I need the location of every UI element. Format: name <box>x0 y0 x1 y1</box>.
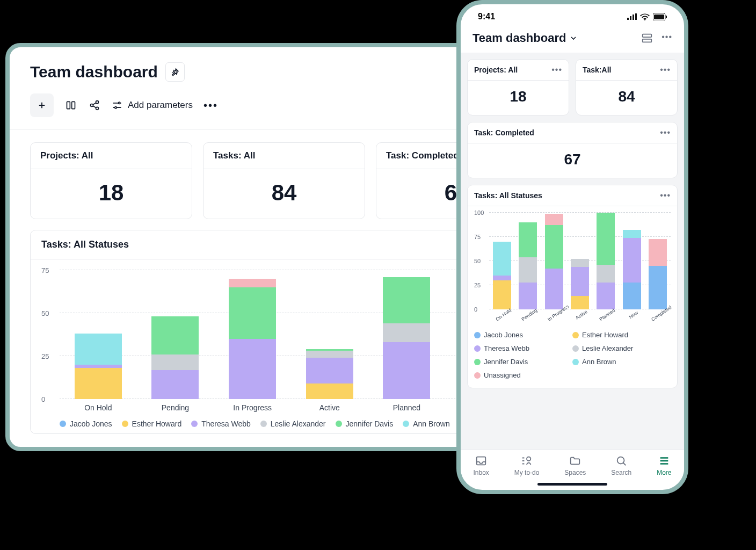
svg-rect-8 <box>630 16 631 20</box>
mobile-more-button[interactable]: ••• <box>662 32 672 44</box>
bar-column[interactable] <box>623 230 641 309</box>
more-button[interactable]: ••• <box>203 99 218 112</box>
mobile-stat-card-tasks[interactable]: Task:All ••• 84 <box>576 59 678 115</box>
legend-swatch <box>474 372 481 379</box>
bar-column[interactable] <box>151 316 199 399</box>
add-parameters-button[interactable]: Add parameters <box>112 100 193 111</box>
share-button[interactable] <box>88 99 101 112</box>
add-button[interactable] <box>30 93 54 117</box>
bar-segment <box>597 283 615 309</box>
bar-column[interactable] <box>383 277 430 399</box>
bar-segment <box>229 287 276 339</box>
bar-segment <box>649 266 667 309</box>
bar-segment <box>493 276 511 280</box>
share-icon <box>89 100 100 111</box>
mobile-header: Team dashboard ••• <box>461 26 684 53</box>
status-bar: 9:41 <box>461 4 684 26</box>
add-parameters-label: Add parameters <box>128 100 193 111</box>
legend-item[interactable]: Theresa Webb <box>474 344 572 352</box>
stat-card-projects[interactable]: Projects: All 18 <box>30 142 192 219</box>
nav-label: Search <box>611 469 631 476</box>
y-axis: 1007550250 <box>474 213 484 309</box>
legend-label: Jacob Jones <box>70 419 112 428</box>
battery-icon <box>653 13 667 20</box>
home-indicator[interactable] <box>537 483 607 486</box>
legend-label: Jennifer Davis <box>346 419 394 428</box>
stat-card-value: 84 <box>203 169 365 219</box>
legend-item[interactable]: Jacob Jones <box>474 331 572 339</box>
nav-todo[interactable]: My to-do <box>514 455 540 476</box>
bar-column[interactable] <box>571 259 589 309</box>
bar-segment <box>383 277 430 323</box>
bar-segment <box>545 225 563 269</box>
legend-item[interactable]: Esther Howard <box>572 331 671 339</box>
card-more-button[interactable]: ••• <box>660 191 671 200</box>
chart-legend: Jacob JonesEsther HowardTheresa WebbLesl… <box>474 318 671 382</box>
card-more-button[interactable]: ••• <box>551 65 562 75</box>
mobile-card-value: 67 <box>468 143 677 178</box>
svg-point-5 <box>119 102 120 104</box>
bar-column[interactable] <box>306 349 353 399</box>
nav-inbox[interactable]: Inbox <box>473 455 489 476</box>
svg-point-6 <box>115 107 117 108</box>
card-more-button[interactable]: ••• <box>660 128 671 138</box>
legend-item[interactable]: Ann Brown <box>572 358 671 366</box>
legend-item[interactable]: Leslie Alexander <box>260 419 326 428</box>
status-time: 9:41 <box>478 12 495 21</box>
x-axis-labels: On HoldPendingIn ProgressActivePlannedNe… <box>474 313 671 318</box>
bar-segment <box>623 283 641 309</box>
bar-column[interactable] <box>493 242 511 309</box>
bar-segment <box>151 316 199 354</box>
nav-label: My to-do <box>514 469 540 476</box>
bar-segment <box>623 238 641 283</box>
legend-item[interactable]: Esther Howard <box>122 419 182 428</box>
legend-item[interactable]: Ann Brown <box>403 419 449 428</box>
cellular-icon <box>627 13 637 20</box>
legend-label: Unassigned <box>484 371 521 379</box>
legend-swatch <box>572 332 579 338</box>
legend-item[interactable]: Jennifer Davis <box>474 358 572 366</box>
mobile-chart-area: 1007550250 <box>474 213 671 309</box>
bar-column[interactable] <box>519 222 537 309</box>
nav-search[interactable]: Search <box>611 455 631 476</box>
chart-bars <box>60 270 522 399</box>
x-label: On Hold <box>75 403 122 412</box>
bar-segment <box>75 368 122 399</box>
list-view-icon[interactable] <box>641 32 653 44</box>
stat-card-title: Projects: All <box>31 143 192 169</box>
legend-swatch <box>260 421 267 427</box>
mobile-title-dropdown[interactable]: Team dashboard <box>473 31 578 45</box>
mobile-stat-card-completed[interactable]: Task: Completed ••• 67 <box>467 122 678 178</box>
legend-label: Esther Howard <box>132 419 182 428</box>
legend-item[interactable]: Leslie Alexander <box>572 344 671 352</box>
bar-segment <box>571 259 589 266</box>
legend-swatch <box>474 345 481 352</box>
legend-item[interactable]: Jacob Jones <box>60 419 112 428</box>
bar-column[interactable] <box>75 334 122 399</box>
bar-column[interactable] <box>229 279 276 399</box>
legend-item[interactable]: Theresa Webb <box>191 419 251 428</box>
y-axis: 7550250 <box>41 270 49 399</box>
bar-segment <box>597 265 615 282</box>
bar-column[interactable] <box>597 213 615 309</box>
bottom-nav: Inbox My to-do Spaces Search More <box>461 449 684 480</box>
chart-bars <box>489 213 671 309</box>
legend-label: Leslie Alexander <box>271 419 326 428</box>
pin-button[interactable] <box>165 62 185 82</box>
bar-column[interactable] <box>545 214 563 309</box>
x-axis-labels: On HoldPendingIn ProgressActivePlannedNe… <box>41 403 522 412</box>
stat-card-tasks[interactable]: Tasks: All 84 <box>203 142 365 219</box>
nav-spaces[interactable]: Spaces <box>564 455 586 476</box>
nav-more[interactable]: More <box>657 455 671 476</box>
legend-swatch <box>191 421 198 427</box>
legend-item[interactable]: Unassigned <box>474 371 572 379</box>
sliders-icon <box>112 100 122 111</box>
bar-column[interactable] <box>649 239 667 309</box>
legend-item[interactable]: Jennifer Davis <box>336 419 394 428</box>
mobile-chart-title: Tasks: All Statuses <box>474 191 542 200</box>
legend-swatch <box>403 421 409 427</box>
mobile-stat-card-projects[interactable]: Projects: All ••• 18 <box>467 59 569 115</box>
layout-button[interactable] <box>64 99 77 112</box>
legend-swatch <box>474 332 481 338</box>
card-more-button[interactable]: ••• <box>660 65 671 75</box>
